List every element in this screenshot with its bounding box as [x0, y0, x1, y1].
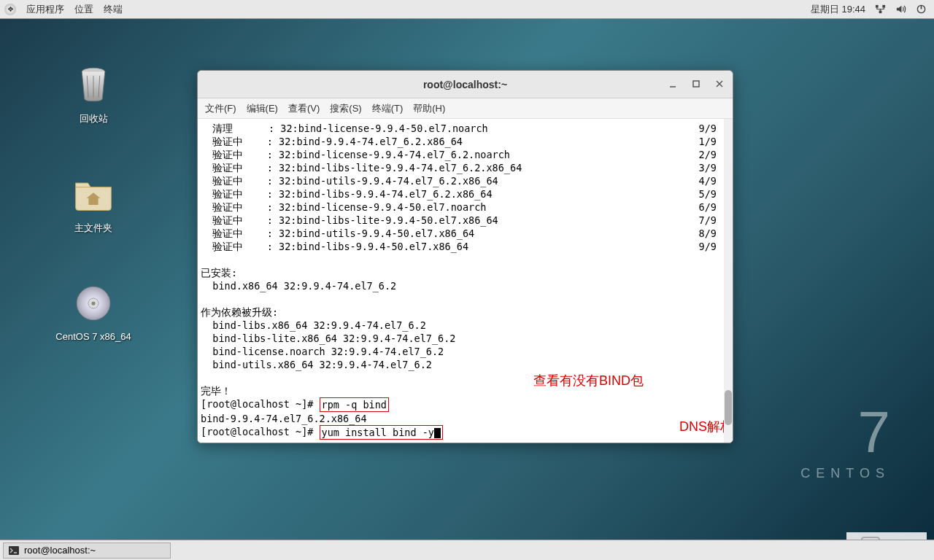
clock-label[interactable]: 星期日 19:44	[811, 3, 865, 16]
menu-edit[interactable]: 编辑(E)	[247, 102, 278, 115]
centos-brand: 7 CENTOS	[800, 403, 890, 481]
taskbar-item-terminal[interactable]: root@localhost:~	[3, 542, 171, 559]
scrollbar-thumb[interactable]	[725, 390, 732, 425]
window-title: root@localhost:~	[423, 79, 507, 90]
menu-help[interactable]: 帮助(H)	[413, 102, 445, 115]
desktop-icon-label: 主文件夹	[50, 222, 137, 235]
top-panel: ❖ 应用程序 位置 终端 星期日 19:44	[0, 0, 934, 19]
menu-view[interactable]: 查看(V)	[288, 102, 320, 115]
activities-logo-icon[interactable]: ❖	[4, 4, 16, 15]
svg-rect-2	[879, 10, 881, 13]
desktop-icon-home[interactable]: 主文件夹	[50, 171, 137, 235]
terminal-icon	[8, 545, 20, 556]
terminal-window: root@localhost:~ 文件(F) 编辑(E) 查看(V) 搜索(S)…	[197, 70, 733, 443]
taskbar-item-label: root@localhost:~	[24, 545, 96, 556]
menu-terminal[interactable]: 终端	[104, 3, 123, 16]
network-icon[interactable]	[874, 4, 886, 15]
desktop-icon-cd[interactable]: CentOS 7 x86_64	[50, 280, 137, 342]
power-icon[interactable]	[915, 4, 927, 15]
svg-rect-1	[882, 5, 885, 8]
menu-search[interactable]: 搜索(S)	[330, 102, 361, 115]
folder-home-icon	[70, 171, 117, 217]
desktop-icon-label: CentOS 7 x86_64	[50, 331, 137, 342]
svg-rect-16	[9, 546, 19, 555]
highlighted-command-1: rpm -q bind	[320, 397, 389, 412]
menu-file[interactable]: 文件(F)	[205, 102, 236, 115]
highlighted-command-2: yum install bind -y	[320, 425, 443, 440]
cursor-icon	[434, 428, 441, 438]
trash-icon	[70, 61, 117, 108]
cd-icon	[70, 280, 117, 327]
menu-applications[interactable]: 应用程序	[26, 3, 64, 16]
svg-rect-0	[875, 5, 878, 8]
window-maximize-button[interactable]	[687, 75, 705, 93]
desktop-icon-label: 回收站	[50, 112, 137, 125]
desktop: 回收站 主文件夹 CentOS 7 x86_64 7 CENTOS root@l…	[0, 19, 934, 540]
svg-point-11	[91, 301, 95, 305]
window-close-button[interactable]	[711, 75, 728, 93]
svg-rect-13	[693, 81, 699, 87]
volume-icon[interactable]	[895, 4, 906, 15]
window-titlebar[interactable]: root@localhost:~	[198, 71, 733, 98]
menu-places[interactable]: 位置	[74, 3, 93, 16]
bottom-panel: root@localhost:~	[0, 540, 934, 560]
window-minimize-button[interactable]	[664, 75, 682, 93]
terminal-menubar: 文件(F) 编辑(E) 查看(V) 搜索(S) 终端(T) 帮助(H)	[198, 98, 733, 119]
terminal-output[interactable]: 清理 : 32:bind-license-9.9.4-50.el7.noarch…	[198, 119, 733, 443]
desktop-icon-trash[interactable]: 回收站	[50, 61, 137, 125]
menu-terminal-sub[interactable]: 终端(T)	[372, 102, 404, 115]
annotation-1: 查看有没有BIND包	[533, 374, 644, 387]
terminal-scrollbar[interactable]	[724, 119, 733, 443]
